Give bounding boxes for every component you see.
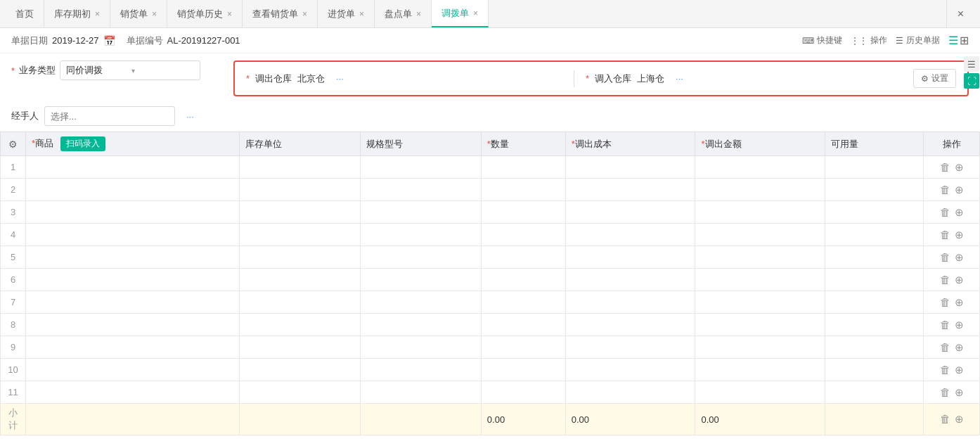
delete-button-10[interactable]: 🗑 — [940, 364, 950, 376]
copy-button-10[interactable]: ⊕ — [955, 364, 964, 376]
cell-product-8[interactable] — [26, 314, 240, 336]
copy-button-3[interactable]: ⊕ — [955, 206, 964, 218]
delete-button-1[interactable]: 🗑 — [940, 161, 950, 173]
cell-cost-3[interactable] — [565, 201, 695, 224]
sidebar-list-icon[interactable]: ☰ — [964, 56, 979, 72]
cell-amount-11[interactable] — [695, 381, 825, 404]
cell-product-2[interactable] — [26, 179, 240, 201]
copy-button-6[interactable]: ⊕ — [955, 274, 964, 286]
delete-button-5[interactable]: 🗑 — [940, 251, 950, 263]
tab-close-view-sales[interactable]: × — [302, 10, 307, 18]
cell-quantity-3[interactable] — [481, 201, 565, 224]
delete-button-2[interactable]: 🗑 — [940, 184, 950, 196]
tab-close-sales-order[interactable]: × — [152, 10, 157, 18]
cell-cost-5[interactable] — [565, 246, 695, 269]
cell-quantity-11[interactable] — [481, 381, 565, 404]
cell-amount-2[interactable] — [695, 179, 825, 201]
cell-amount-9[interactable] — [695, 336, 825, 359]
cell-quantity-2[interactable] — [481, 179, 565, 201]
tab-inventory-init[interactable]: 库存期初× — [44, 0, 110, 27]
tab-close-purchase-order[interactable]: × — [359, 10, 364, 18]
cell-product-3[interactable] — [26, 201, 240, 224]
history-button[interactable]: ☰ 历史单据 — [896, 34, 940, 46]
delete-button-4[interactable]: 🗑 — [940, 229, 950, 241]
tab-sales-history[interactable]: 销货单历史× — [167, 0, 243, 27]
layout-list-button[interactable]: ☰ — [948, 34, 958, 47]
handler-input[interactable] — [44, 106, 175, 126]
out-warehouse-ellipsis[interactable]: ··· — [336, 73, 344, 84]
shortcut-button[interactable]: ⌨ 快捷键 — [802, 34, 842, 46]
cell-product-11[interactable] — [26, 381, 240, 404]
copy-button-8[interactable]: ⊕ — [955, 319, 964, 331]
operation-button[interactable]: ⋮⋮ 操作 — [851, 34, 887, 46]
cell-quantity-5[interactable] — [481, 246, 565, 269]
copy-button-4[interactable]: ⊕ — [955, 229, 964, 241]
cell-quantity-4[interactable] — [481, 224, 565, 246]
tab-transfer-order[interactable]: 调拨单× — [432, 0, 489, 27]
cell-product-7[interactable] — [26, 291, 240, 314]
cell-product-5[interactable] — [26, 246, 240, 269]
subtotal-copy-button[interactable]: ⊕ — [955, 413, 964, 425]
sidebar-expand-icon[interactable]: ⛶ — [964, 73, 979, 89]
tab-close-inventory-init[interactable]: × — [95, 10, 100, 18]
tab-close-inventory-count[interactable]: × — [416, 10, 421, 18]
cell-amount-6[interactable] — [695, 269, 825, 291]
tab-purchase-order[interactable]: 进货单× — [318, 0, 375, 27]
cell-amount-10[interactable] — [695, 359, 825, 381]
copy-button-2[interactable]: ⊕ — [955, 184, 964, 196]
scan-button[interactable]: 扫码录入 — [60, 136, 105, 151]
delete-button-11[interactable]: 🗑 — [940, 386, 950, 398]
cell-quantity-10[interactable] — [481, 359, 565, 381]
cell-amount-4[interactable] — [695, 224, 825, 246]
subtotal-delete-button[interactable]: 🗑 — [940, 413, 950, 425]
window-close-button[interactable]: × — [946, 0, 974, 28]
cell-quantity-6[interactable] — [481, 269, 565, 291]
settings-button[interactable]: ⚙ 设置 — [913, 69, 956, 88]
delete-button-8[interactable]: 🗑 — [940, 319, 950, 331]
cell-product-10[interactable] — [26, 359, 240, 381]
cell-cost-4[interactable] — [565, 224, 695, 246]
delete-button-9[interactable]: 🗑 — [940, 341, 950, 353]
in-warehouse-ellipsis[interactable]: ··· — [676, 73, 683, 84]
tab-close-transfer-order[interactable]: × — [473, 9, 478, 18]
cell-amount-5[interactable] — [695, 246, 825, 269]
cell-product-6[interactable] — [26, 269, 240, 291]
cell-amount-3[interactable] — [695, 201, 825, 224]
cell-cost-6[interactable] — [565, 269, 695, 291]
cell-product-1[interactable] — [26, 156, 240, 179]
cell-quantity-1[interactable] — [481, 156, 565, 179]
tab-close-sales-history[interactable]: × — [227, 10, 232, 18]
cell-amount-1[interactable] — [695, 156, 825, 179]
cell-product-4[interactable] — [26, 224, 240, 246]
copy-button-1[interactable]: ⊕ — [955, 161, 964, 173]
copy-button-7[interactable]: ⊕ — [955, 296, 964, 308]
business-type-dropdown[interactable]: 同价调拨 ▾ — [60, 60, 200, 80]
cell-amount-8[interactable] — [695, 314, 825, 336]
delete-button-7[interactable]: 🗑 — [940, 296, 950, 308]
delete-button-6[interactable]: 🗑 — [940, 274, 950, 286]
cell-amount-7[interactable] — [695, 291, 825, 314]
cell-cost-9[interactable] — [565, 336, 695, 359]
cell-quantity-7[interactable] — [481, 291, 565, 314]
cell-cost-2[interactable] — [565, 179, 695, 201]
calendar-icon[interactable]: 📅 — [103, 35, 115, 46]
copy-button-5[interactable]: ⊕ — [955, 251, 964, 263]
delete-button-3[interactable]: 🗑 — [940, 206, 950, 218]
table-gear-icon[interactable]: ⚙ — [8, 139, 18, 150]
tab-sales-order[interactable]: 销货单× — [110, 0, 167, 27]
cell-cost-11[interactable] — [565, 381, 695, 404]
layout-grid-button[interactable]: ⊞ — [960, 34, 969, 47]
copy-button-9[interactable]: ⊕ — [955, 341, 964, 353]
copy-button-11[interactable]: ⊕ — [955, 386, 964, 398]
tab-home[interactable]: 首页 — [6, 8, 44, 20]
cell-quantity-8[interactable] — [481, 314, 565, 336]
cell-cost-8[interactable] — [565, 314, 695, 336]
tab-inventory-count[interactable]: 盘点单× — [375, 0, 432, 27]
cell-quantity-9[interactable] — [481, 336, 565, 359]
tab-view-sales[interactable]: 查看销货单× — [243, 0, 318, 27]
cell-cost-10[interactable] — [565, 359, 695, 381]
cell-product-9[interactable] — [26, 336, 240, 359]
handler-ellipsis[interactable]: ··· — [186, 111, 194, 122]
cell-cost-7[interactable] — [565, 291, 695, 314]
cell-cost-1[interactable] — [565, 156, 695, 179]
